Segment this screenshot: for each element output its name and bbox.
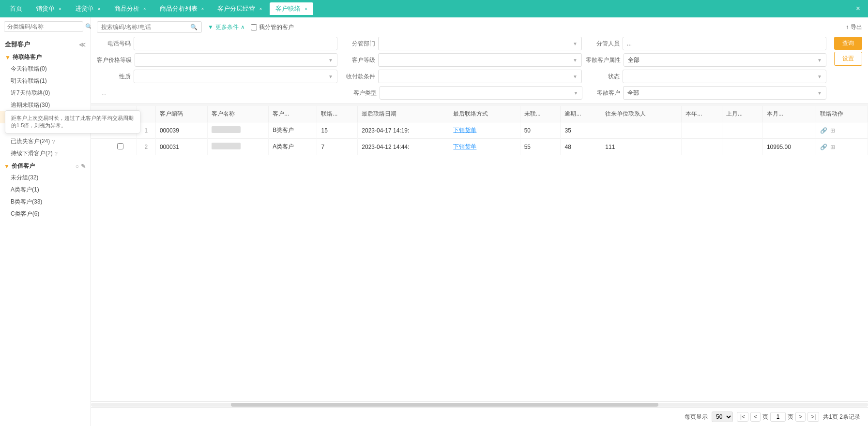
more-filter-button[interactable]: ▼ 更多条件 ∧ — [208, 23, 245, 31]
current-page-input[interactable] — [770, 412, 786, 422]
retail-customer-select[interactable]: 全部 ▼ — [623, 86, 826, 100]
sidebar-search-icon[interactable]: 🔍 — [85, 23, 91, 30]
scrollbar-thumb[interactable] — [231, 403, 658, 407]
customer-type-select[interactable]: ▼ — [380, 86, 583, 100]
th-type: 客户... — [269, 106, 317, 122]
nav-tab-product-list[interactable]: 商品分析列表 × — [154, 2, 210, 15]
th-contact: 联络... — [317, 106, 358, 122]
close-all-tabs-button[interactable]: × — [852, 2, 864, 15]
close-contact-icon[interactable]: × — [305, 6, 307, 12]
payment-select[interactable]: ▼ — [378, 70, 582, 83]
sidebar-item-tomorrow[interactable]: 明天待联络(1) — [0, 75, 91, 87]
content-area: 🔍 ▼ 更多条件 ∧ 我分管的客户 ↑ 导出 — [91, 17, 868, 426]
td-gear-2 — [91, 139, 113, 155]
grid-icon-2[interactable]: ⊞ — [830, 144, 835, 150]
customer-grade-select[interactable]: ▼ — [378, 53, 582, 67]
all-customers-title: 全部客户 ≪ — [0, 36, 91, 51]
value-group-circle-icon[interactable]: ○ — [76, 163, 79, 170]
first-page-button[interactable]: |< — [737, 412, 748, 422]
settings-button[interactable]: 设置 — [834, 52, 862, 66]
nav-tab-purchase[interactable]: 进货单 × — [69, 2, 107, 15]
retail-attr-select[interactable]: 全部 ▼ — [624, 53, 826, 67]
nav-tab-home[interactable]: 首页 — [4, 2, 28, 15]
last-contact-way-link-2[interactable]: 下销货单 — [453, 143, 476, 150]
action-icons-1: 🔗 ⊞ — [820, 127, 864, 134]
declining-help-icon[interactable]: ? — [55, 151, 58, 157]
td-this-month-2: 10995.00 — [762, 139, 816, 155]
payment-filter: 收付款条件 ▼ — [341, 70, 582, 83]
dept-select[interactable]: ▼ — [378, 37, 582, 50]
close-product-analysis-icon[interactable]: × — [143, 6, 146, 12]
pending-group-label: ▼ 待联络客户 — [0, 51, 91, 63]
filter-search-input[interactable] — [101, 24, 188, 30]
last-contact-way-link-1[interactable]: 下销货单 — [453, 127, 476, 133]
filter-icon: ▼ — [208, 24, 213, 30]
nav-tab-product-analysis[interactable]: 商品分析 × — [108, 2, 152, 15]
blurred-name-1 — [212, 126, 241, 133]
sidebar-item-overdue[interactable]: 逾期未联络(30) — [0, 99, 91, 111]
query-button[interactable]: 查询 — [834, 37, 862, 50]
row-checkbox-2[interactable] — [117, 143, 123, 149]
sidebar-item-7days[interactable]: 近7天待联络(0) — [0, 87, 91, 99]
status-select[interactable]: ▼ — [623, 70, 826, 83]
sidebar-item-lost-actual[interactable]: 已流失客户(24) ? — [0, 135, 91, 147]
td-pending-2: 55 — [520, 139, 561, 155]
lost-actual-help-icon[interactable]: ? — [52, 139, 55, 145]
th-last-month: 上月... — [722, 106, 763, 122]
customer-table: ⚙ 客户编码 客户名称 客户... — [91, 106, 868, 155]
retail-customer-filter: 零散客户 全部 ▼ — [586, 86, 826, 100]
close-purchase-icon[interactable]: × — [98, 6, 101, 12]
customer-grade-filter: 客户等级 ▼ — [341, 53, 582, 67]
value-group-header[interactable]: ▼ 价值客户 ○ ✎ — [0, 160, 91, 172]
sidebar-search-input[interactable] — [4, 21, 83, 32]
horizontal-scrollbar[interactable] — [91, 401, 868, 407]
sidebar-item-today[interactable]: 今天待联络(0) — [0, 63, 91, 75]
nav-tab-customer-contact[interactable]: 客户联络 × — [270, 2, 313, 15]
export-button[interactable]: ↑ 导出 — [846, 23, 862, 31]
next-page-button[interactable]: > — [795, 412, 806, 422]
td-overdue-1: 35 — [561, 122, 601, 139]
chevron-down-icon: ∧ — [241, 24, 245, 30]
price-grade-filter: 客户价格等级 ▼ — [97, 53, 337, 67]
dept-chev-icon: ▼ — [573, 41, 578, 46]
my-customer-checkbox-row[interactable]: 我分管的客户 — [251, 23, 294, 31]
filter-search-icon[interactable]: 🔍 — [190, 24, 198, 30]
link-icon-1[interactable]: 🔗 — [820, 127, 827, 134]
filter-action-buttons: 查询 设置 — [834, 37, 862, 66]
close-product-list-icon[interactable]: × — [201, 6, 204, 12]
link-icon-2[interactable]: 🔗 — [820, 144, 827, 150]
grid-icon-1[interactable]: ⊞ — [830, 127, 835, 134]
gender-select[interactable]: ▼ — [134, 70, 337, 83]
my-customer-checkbox[interactable] — [251, 24, 257, 30]
phone-input[interactable] — [134, 37, 337, 50]
person-select[interactable]: ... — [623, 37, 826, 50]
price-grade-select[interactable]: ▼ — [135, 53, 337, 67]
filter-bar: 🔍 ▼ 更多条件 ∧ 我分管的客户 ↑ 导出 — [91, 17, 868, 104]
th-name: 客户名称 — [207, 106, 269, 122]
filter-rows-container: 电话号码 分管部门 ▼ 分管人员 — [97, 37, 862, 100]
sidebar-collapse-icon[interactable]: ≪ — [79, 41, 86, 48]
page-label: 页 — [762, 413, 768, 421]
per-page-select[interactable]: 50 — [712, 411, 733, 422]
value-group-edit-icon[interactable]: ✎ — [81, 163, 86, 170]
sidebar-search-bar: 🔍 — [0, 17, 91, 36]
sidebar-item-c-class[interactable]: C类客户(6) — [0, 208, 91, 220]
page-slash-label: 页 — [788, 413, 793, 421]
sidebar-item-b-class[interactable]: B类客户(33) — [0, 196, 91, 208]
last-page-button[interactable]: >| — [807, 412, 819, 422]
sidebar-item-declining[interactable]: 持续下滑客户(2) ? — [0, 147, 91, 160]
sidebar-item-a-class[interactable]: A类客户(1) — [0, 184, 91, 196]
prev-page-button[interactable]: < — [750, 412, 761, 422]
customer-type-filter: 客户类型 ▼ — [343, 86, 583, 100]
td-name-2 — [207, 139, 269, 155]
dept-filter: 分管部门 ▼ — [341, 37, 582, 50]
nav-tab-sales[interactable]: 销货单 × — [30, 2, 67, 15]
retail-customer-chev-icon: ▼ — [817, 90, 822, 96]
td-last-contact-date-1: 2023-04-17 14:19: — [358, 122, 449, 139]
close-sales-icon[interactable]: × — [59, 6, 61, 12]
sidebar-item-ungroup[interactable]: 未分组(32) — [0, 172, 91, 184]
nav-tab-customer-segmentation[interactable]: 客户分层经营 × — [212, 2, 268, 15]
close-segmentation-icon[interactable]: × — [259, 6, 262, 12]
filter-row-3: 性质 ▼ 收付款条件 ▼ — [97, 70, 826, 83]
customer-type-retail-row: 客户类型 ▼ 零散客户 全部 ▼ — [343, 86, 826, 100]
